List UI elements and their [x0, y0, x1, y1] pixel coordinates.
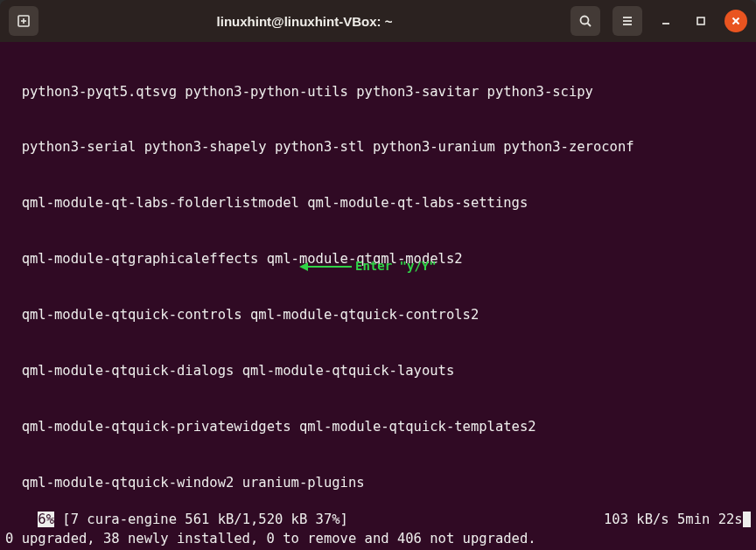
window-title: linuxhint@linuxhint-VBox: ~	[38, 14, 570, 29]
cursor-block	[743, 512, 751, 527]
progress-percent: 6%	[38, 512, 54, 527]
svg-rect-9	[697, 17, 704, 24]
close-button[interactable]	[724, 10, 747, 32]
minimize-button[interactable]	[654, 10, 677, 32]
hamburger-menu-button[interactable]	[612, 6, 642, 36]
terminal-line: qml-module-qtquick-controls qml-module-q…	[5, 306, 751, 324]
terminal-line: python3-serial python3-shapely python3-s…	[5, 138, 751, 157]
terminal-output[interactable]: python3-pyqt5.qtsvg python3-python-utils…	[0, 42, 756, 550]
maximize-button[interactable]	[690, 10, 712, 32]
new-tab-button[interactable]	[9, 6, 38, 36]
terminal-line: python3-pyqt5.qtsvg python3-python-utils…	[5, 83, 751, 101]
progress-line: 6% [7 cura-engine 561 kB/1,520 kB 37%]10…	[5, 492, 751, 548]
terminal-line: qml-module-qtquick-privatewidgets qml-mo…	[5, 418, 751, 436]
svg-line-4	[588, 24, 592, 27]
terminal-line: qml-module-qtquick-dialogs qml-module-qt…	[5, 362, 751, 380]
terminal-line: qml-module-qt-labs-folderlistmodel qml-m…	[5, 194, 751, 212]
titlebar: linuxhint@linuxhint-VBox: ~	[0, 0, 756, 42]
arrow-icon	[306, 266, 352, 268]
progress-detail: [7 cura-engine 561 kB/1,520 kB 37%]	[54, 512, 348, 527]
search-button[interactable]	[570, 6, 600, 36]
annotation-overlay: Enter "y/Y"	[306, 257, 437, 275]
progress-rate: 103 kB/s 5min 22s	[604, 512, 743, 527]
svg-point-3	[581, 17, 589, 24]
terminal-line: qml-module-qtquick-window2 uranium-plugi…	[5, 474, 751, 492]
annotation-text: Enter "y/Y"	[355, 257, 437, 275]
